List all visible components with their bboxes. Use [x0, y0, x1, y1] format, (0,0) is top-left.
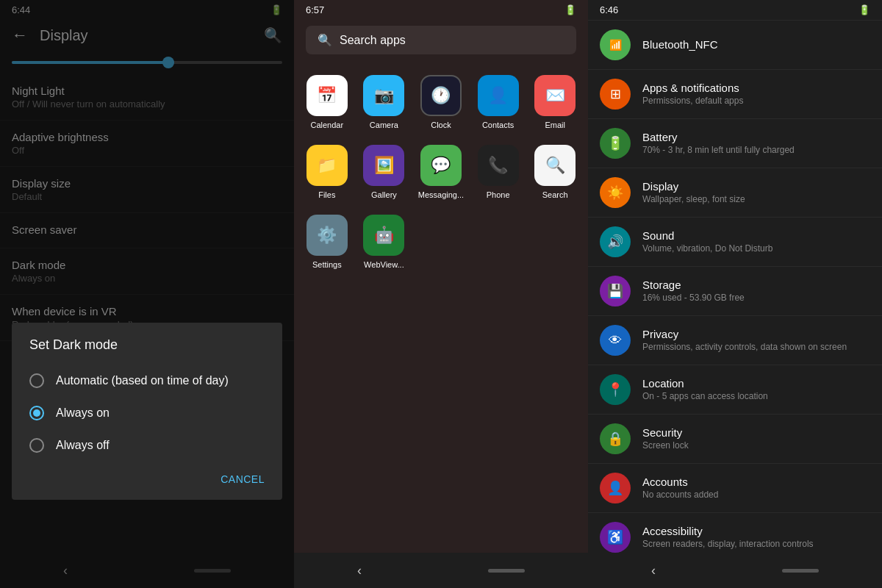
app-messaging[interactable]: 💬 Messaging...: [414, 139, 468, 206]
radio-always-off-circle: [29, 438, 44, 453]
apps-notifications-text: Apps & notifications Permissions, defaul…: [642, 82, 870, 107]
calendar-label: Calendar: [310, 121, 343, 130]
display-settings-icon: ☀️: [600, 177, 631, 208]
nav-bar-panel2: ‹: [294, 553, 588, 588]
search-icon: 🔍: [318, 33, 332, 47]
dialog-actions: CANCEL: [12, 462, 282, 497]
security-title: Security: [642, 426, 870, 439]
phone-icon: 📞: [478, 145, 519, 186]
nav-pill-panel2: [488, 569, 525, 573]
battery-title: Battery: [642, 131, 870, 143]
app-files[interactable]: 📁 Files: [300, 139, 354, 206]
main-settings-list: ⊞ Apps & notifications Permissions, defa…: [588, 70, 882, 553]
app-calendar[interactable]: 📅 Calendar: [300, 69, 354, 136]
search-app-icon: 🔍: [534, 145, 576, 186]
radio-always-off[interactable]: Always off: [12, 429, 282, 462]
accessibility-icon: ♿: [600, 522, 631, 553]
phone-label: Phone: [487, 190, 510, 200]
nav-back-panel2[interactable]: ‹: [357, 563, 362, 578]
location-title: Location: [642, 377, 870, 390]
main-settings-panel: 6:46 🔋 📶 Bluetooth_NFC ⊞ Apps & notifica…: [588, 0, 882, 588]
app-email[interactable]: ✉️ Email: [528, 69, 582, 136]
display-settings-panel: 6:44 🔋 ← Display 🔍 Night Light Off / Wil…: [0, 0, 294, 588]
battery-subtitle: 70% - 3 hr, 8 min left until fully charg…: [642, 145, 870, 157]
privacy-title: Privacy: [642, 328, 870, 340]
radio-automatic[interactable]: Automatic (based on time of day): [12, 365, 282, 397]
radio-always-on[interactable]: Always on: [12, 397, 282, 429]
location-item[interactable]: 📍 Location On - 5 apps can access locati…: [588, 365, 882, 415]
gallery-icon: 🖼️: [363, 145, 404, 186]
security-text: Security Screen lock: [642, 426, 870, 452]
location-subtitle: On - 5 apps can access location: [642, 391, 870, 403]
storage-title: Storage: [642, 279, 870, 291]
sound-item[interactable]: 🔊 Sound Volume, vibration, Do Not Distur…: [588, 218, 882, 267]
bluetooth-nfc-item[interactable]: 📶 Bluetooth_NFC: [588, 20, 882, 70]
webview-label: WebView...: [364, 260, 404, 270]
camera-icon: 📷: [363, 75, 404, 116]
apps-notifications-title: Apps & notifications: [642, 82, 870, 94]
files-label: Files: [318, 190, 335, 200]
radio-always-on-label: Always on: [56, 406, 110, 420]
contacts-label: Contacts: [482, 121, 514, 130]
sound-title: Sound: [642, 229, 870, 242]
nav-back-panel3[interactable]: ‹: [651, 563, 656, 578]
time-panel3: 6:46: [600, 4, 618, 15]
app-settings[interactable]: ⚙️ Settings: [300, 209, 354, 276]
accounts-subtitle: No accounts added: [642, 490, 870, 501]
settings-label: Settings: [312, 260, 342, 270]
privacy-item[interactable]: 👁 Privacy Permissions, activity controls…: [588, 316, 882, 365]
sound-subtitle: Volume, vibration, Do Not Disturb: [642, 243, 870, 255]
nav-pill-panel3: [782, 569, 819, 573]
calendar-icon: 📅: [306, 75, 348, 116]
files-icon: 📁: [306, 145, 348, 186]
app-clock[interactable]: 🕐 Clock: [414, 69, 468, 136]
location-icon: 📍: [600, 374, 631, 405]
settings-icon: ⚙️: [306, 215, 348, 256]
apps-notifications-item[interactable]: ⊞ Apps & notifications Permissions, defa…: [588, 70, 882, 119]
app-drawer-panel: 6:57 🔋 🔍 Search apps 📅 Calendar 📷 Camera…: [294, 0, 588, 588]
status-bar-panel3: 6:46 🔋: [588, 0, 882, 20]
location-text: Location On - 5 apps can access location: [642, 377, 870, 403]
accessibility-subtitle: Screen readers, display, interaction con…: [642, 539, 870, 551]
privacy-subtitle: Permissions, activity controls, data sho…: [642, 342, 870, 354]
display-settings-item[interactable]: ☀️ Display Wallpaper, sleep, font size: [588, 168, 882, 218]
app-phone[interactable]: 📞 Phone: [471, 139, 526, 206]
display-settings-subtitle: Wallpaper, sleep, font size: [642, 194, 870, 206]
webview-icon: 🤖: [363, 215, 404, 256]
app-webview[interactable]: 🤖 WebView...: [357, 209, 412, 276]
accounts-item[interactable]: 👤 Accounts No accounts added: [588, 464, 882, 513]
security-item[interactable]: 🔒 Security Screen lock: [588, 415, 882, 464]
apps-notifications-icon: ⊞: [600, 79, 631, 110]
display-settings-text: Display Wallpaper, sleep, font size: [642, 180, 870, 206]
search-app-label: Search: [542, 190, 568, 200]
time-panel2: 6:57: [306, 4, 324, 15]
security-icon: 🔒: [600, 423, 631, 454]
security-subtitle: Screen lock: [642, 440, 870, 452]
accounts-title: Accounts: [642, 476, 870, 488]
app-camera[interactable]: 📷 Camera: [357, 69, 412, 136]
app-contacts[interactable]: 👤 Contacts: [471, 69, 526, 136]
search-bar-placeholder: Search apps: [340, 34, 406, 47]
app-search[interactable]: 🔍 Search: [528, 139, 582, 206]
storage-icon: 💾: [600, 276, 631, 306]
sound-text: Sound Volume, vibration, Do Not Disturb: [642, 229, 870, 255]
radio-automatic-circle: [29, 373, 44, 388]
cancel-button[interactable]: CANCEL: [215, 467, 270, 491]
radio-always-on-circle: [29, 406, 44, 420]
accessibility-title: Accessibility: [642, 525, 870, 537]
gallery-label: Gallery: [371, 190, 397, 200]
dark-mode-dialog-overlay: Set Dark mode Automatic (based on time o…: [0, 0, 294, 588]
display-settings-title: Display: [642, 180, 870, 193]
battery-text: Battery 70% - 3 hr, 8 min left until ful…: [642, 131, 870, 157]
bluetooth-title: Bluetooth_NFC: [642, 38, 870, 51]
sound-icon: 🔊: [600, 226, 631, 257]
accessibility-item[interactable]: ♿ Accessibility Screen readers, display,…: [588, 513, 882, 553]
app-search-bar[interactable]: 🔍 Search apps: [306, 26, 576, 54]
radio-automatic-label: Automatic (based on time of day): [56, 374, 229, 387]
app-gallery[interactable]: 🖼️ Gallery: [357, 139, 412, 206]
battery-item[interactable]: 🔋 Battery 70% - 3 hr, 8 min left until f…: [588, 119, 882, 168]
storage-item[interactable]: 💾 Storage 16% used - 53.90 GB free: [588, 267, 882, 316]
storage-text: Storage 16% used - 53.90 GB free: [642, 279, 870, 304]
status-bar-panel2: 6:57 🔋: [294, 0, 588, 20]
bluetooth-icon: 📶: [600, 29, 631, 60]
